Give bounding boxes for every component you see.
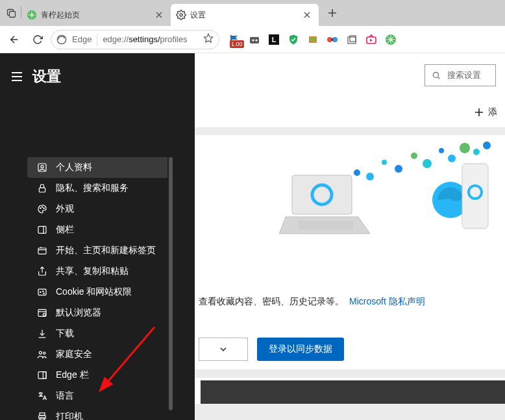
- sidebar-header: 设置: [0, 53, 179, 100]
- extension-icon[interactable]: [345, 33, 358, 46]
- close-icon[interactable]: [302, 10, 312, 20]
- extension-flag-icon[interactable]: 1.00: [228, 33, 241, 46]
- search-icon: [432, 71, 441, 80]
- sidebar-scrollbar[interactable]: [167, 157, 174, 420]
- close-icon[interactable]: [154, 10, 164, 20]
- extension-lime-icon[interactable]: [384, 33, 397, 46]
- menu-button[interactable]: [9, 69, 25, 84]
- svg-point-61: [43, 314, 45, 316]
- profile-dropdown[interactable]: [199, 338, 248, 361]
- tab-title: 设置: [190, 10, 298, 21]
- extension-shield-icon[interactable]: [287, 33, 300, 46]
- svg-point-30: [460, 143, 470, 153]
- settings-sidebar: 设置 个人资料 隐私、搜索和服务 外观 侧栏 开始、主页和新建标签页: [0, 53, 179, 420]
- scrollbar-thumb[interactable]: [169, 157, 173, 410]
- phone-icon: [457, 161, 493, 232]
- lime-icon: [27, 10, 37, 20]
- new-tab-button[interactable]: [323, 3, 342, 23]
- lock-icon: [36, 182, 48, 194]
- svg-point-31: [448, 154, 456, 162]
- svg-marker-21: [370, 39, 373, 42]
- sidebar-item-label: 语言: [56, 390, 74, 402]
- add-profile-button[interactable]: 添: [474, 106, 497, 118]
- add-label: 添: [488, 106, 497, 118]
- sidebar-item-appearance[interactable]: 外观: [27, 199, 170, 219]
- svg-point-15: [327, 37, 332, 42]
- svg-rect-65: [43, 372, 46, 379]
- sidebar-item-sidebar[interactable]: 侧栏: [27, 219, 170, 240]
- sidebar-item-privacy[interactable]: 隐私、搜索和服务: [27, 178, 170, 199]
- language-icon: [36, 390, 48, 402]
- svg-point-33: [423, 159, 432, 168]
- svg-point-32: [439, 148, 444, 153]
- sidebar-item-downloads[interactable]: 下载: [27, 323, 170, 344]
- sync-button-label: 登录以同步数据: [269, 343, 332, 355]
- svg-rect-17: [332, 38, 333, 41]
- printer-icon: [36, 411, 48, 420]
- divider-band: [195, 369, 505, 378]
- svg-rect-53: [38, 248, 46, 254]
- svg-point-36: [382, 160, 387, 165]
- svg-point-28: [483, 142, 491, 149]
- sidebar-item-start[interactable]: 开始、主页和新建标签页: [27, 240, 170, 261]
- sidebar-icon: [36, 224, 48, 236]
- refresh-button[interactable]: [27, 29, 48, 50]
- profile-action-row: 登录以同步数据: [199, 338, 344, 361]
- sidebar-item-edgebar[interactable]: Edge 栏: [27, 365, 170, 386]
- sidebar-item-cookies[interactable]: Cookie 和网站权限: [27, 282, 170, 303]
- svg-rect-51: [38, 227, 46, 234]
- settings-content: 搜索设置 添: [0, 53, 505, 420]
- extensions-row: 1.00 L: [228, 33, 397, 46]
- extension-icon[interactable]: [248, 33, 261, 46]
- sidebar-item-label: 开始、主页和新建标签页: [56, 245, 156, 256]
- extension-icon[interactable]: [326, 33, 339, 46]
- svg-point-11: [252, 39, 254, 41]
- svg-rect-19: [350, 36, 356, 42]
- url-brand: Edge: [72, 34, 92, 44]
- divider: [97, 34, 97, 45]
- url-text: edge://settings/profiles: [103, 34, 187, 44]
- search-row: 搜索设置: [195, 53, 505, 97]
- sidebar-item-printers[interactable]: 打印机: [27, 406, 170, 420]
- extension-tv-icon[interactable]: [365, 33, 378, 46]
- svg-rect-59: [38, 310, 46, 317]
- sidebar-item-label: 下载: [56, 328, 74, 340]
- tab-settings[interactable]: 设置: [171, 4, 319, 26]
- svg-point-29: [473, 149, 480, 155]
- page-title: 设置: [32, 67, 61, 86]
- sidebar-item-share[interactable]: 共享、复制和粘贴: [27, 261, 170, 282]
- tab-qingning[interactable]: 青柠起始页: [21, 4, 171, 26]
- svg-point-56: [40, 291, 41, 292]
- svg-marker-9: [204, 34, 212, 42]
- divider-band: [195, 127, 505, 135]
- sidebar-item-default-browser[interactable]: 默认浏览器: [27, 303, 170, 323]
- svg-point-49: [42, 206, 42, 207]
- extension-icon[interactable]: L: [267, 33, 280, 46]
- svg-point-63: [43, 352, 45, 354]
- svg-point-27: [433, 72, 438, 77]
- favorite-icon[interactable]: [203, 33, 214, 45]
- sidebar-item-family[interactable]: 家庭安全: [27, 344, 170, 365]
- svg-point-50: [43, 208, 44, 208]
- dark-bar: [201, 380, 505, 404]
- sync-login-button[interactable]: 登录以同步数据: [257, 338, 344, 361]
- sidebar-item-profile[interactable]: 个人资料: [27, 157, 170, 178]
- family-icon: [36, 349, 48, 360]
- extension-icon[interactable]: [306, 33, 319, 46]
- chevron-down-icon: [219, 345, 228, 354]
- gear-icon: [176, 10, 186, 20]
- svg-point-58: [43, 293, 44, 293]
- address-bar[interactable]: Edge edge://settings/profiles: [51, 30, 219, 49]
- sidebar-item-label: 隐私、搜索和服务: [56, 182, 129, 194]
- svg-rect-39: [292, 175, 352, 214]
- cookie-icon: [36, 286, 48, 298]
- edge-logo-icon: [56, 34, 67, 45]
- sidebar-item-language[interactable]: 语言: [27, 386, 170, 406]
- tab-actions-button[interactable]: [3, 4, 21, 22]
- svg-point-57: [43, 291, 43, 291]
- add-row: 添: [195, 97, 505, 127]
- svg-rect-18: [348, 37, 356, 43]
- settings-search-input[interactable]: 搜索设置: [425, 64, 496, 86]
- privacy-link[interactable]: Microsoft 隐私声明: [349, 296, 425, 308]
- back-button[interactable]: [4, 29, 25, 50]
